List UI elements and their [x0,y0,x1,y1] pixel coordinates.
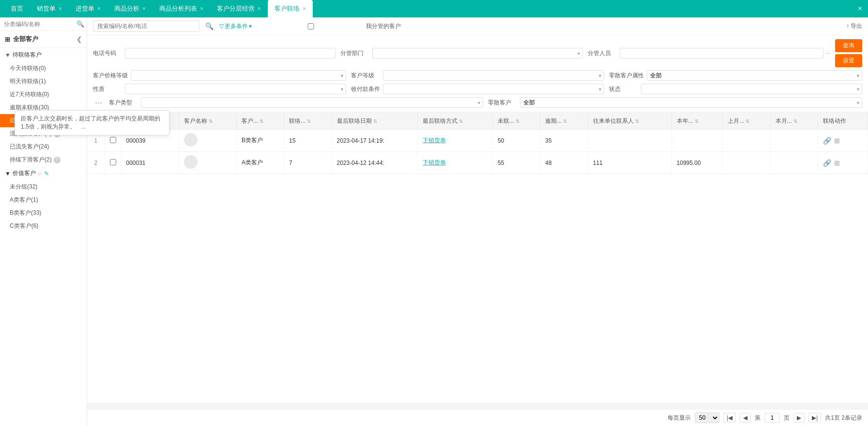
sort-overdue-icon[interactable]: ⇅ [563,118,567,124]
sidebar-item-class-b[interactable]: B类客户(33) [0,206,87,220]
last-method-link[interactable]: 下销货单 [423,137,446,144]
close-product-analysis-icon[interactable]: × [142,5,146,12]
dept-select[interactable] [372,48,583,59]
col-actions: 联络动作 [818,113,868,130]
sidebar-item-lost-customers[interactable]: 已流失客户(24) [0,140,87,153]
col-current-year: 本年...⇅ [671,113,723,130]
gender-select[interactable] [125,84,346,94]
settings-circle-icon[interactable]: ○ [38,170,41,177]
payment-select[interactable] [383,84,604,94]
sort-name-icon[interactable]: ⇅ [209,118,213,124]
sort-month-icon[interactable]: ⇅ [793,118,797,124]
nav-product-analysis-list[interactable]: 商品分析列表 × [152,0,210,17]
search-button[interactable]: 🔍 [205,22,213,30]
phone-input[interactable] [125,48,335,59]
action-menu-icon[interactable]: ⊞ [834,159,840,167]
sort-last-month-icon[interactable]: ⇅ [746,118,749,124]
sidebar-item-declining[interactable]: 持续下滑客户(2) ? [0,153,87,166]
my-customers-checkbox[interactable]: 我分管的客户 [258,22,401,30]
value-customers-section: ▼ 价值客户 ○ ✎ [0,166,87,180]
close-customer-contact-icon[interactable]: × [303,5,306,12]
sidebar-search-input[interactable] [4,21,76,28]
search-input[interactable] [93,20,199,32]
row-level: A类客户 [236,152,284,174]
sidebar-item-class-a[interactable]: A类客户(1) [0,193,87,206]
sort-contact-icon[interactable]: ⇅ [307,118,311,124]
sort-level-icon[interactable]: ⇅ [259,118,263,124]
export-button[interactable]: ↑ 导出 [846,22,862,30]
row-num: 2 [87,152,105,174]
page-number-input[interactable] [764,413,780,423]
query-button[interactable]: 查询 [835,39,862,52]
last-method-link[interactable]: 下销货单 [423,159,446,166]
action-menu-icon[interactable]: ⊞ [834,137,840,145]
row-last-date: 2023-04-17 14:19: [332,130,417,152]
sidebar-item-tomorrow[interactable]: 明天待联络(1) [0,75,87,88]
action-link-icon[interactable]: 🔗 [823,137,831,145]
customer-level-select-wrapper: ▾ [383,70,604,81]
action-link-icon[interactable]: 🔗 [823,159,831,167]
payment-field: 收付款条件 ▾ [351,84,604,94]
price-level-select[interactable] [131,70,346,81]
status-select[interactable] [641,84,862,94]
price-level-field: 客户价格等级 ▾ [93,70,346,81]
manager-input[interactable] [620,48,823,59]
sort-year-icon[interactable]: ⇅ [695,118,699,124]
close-customer-segment-icon[interactable]: × [258,5,261,12]
retail-attr-select[interactable]: 全部 [647,70,862,81]
manager-field: 分管人员 ··· [588,48,830,59]
row-uncontacted: 50 [492,130,540,152]
more-conditions-button[interactable]: ▽ 更多条件 ▾ [219,22,252,30]
nav-product-analysis[interactable]: 商品分析 × [107,0,152,17]
sort-uncontacted-icon[interactable]: ⇅ [516,118,519,124]
sort-date-icon[interactable]: ⇅ [373,118,377,124]
row-checkbox[interactable] [110,137,116,143]
retail-customer-select[interactable]: 全部 [520,97,862,108]
customer-type-select[interactable] [141,97,483,108]
customer-type-field: 客户类型 ▾ [109,97,483,108]
nav-purchase-order[interactable]: 进货单 × [69,0,107,17]
sidebar-item-7days[interactable]: 近7天待联络(0) [0,88,87,101]
sort-company-icon[interactable]: ⇅ [635,118,639,124]
row-last-method: 下销货单 [418,130,493,152]
settings-button[interactable]: 设置 [835,54,862,67]
nav-sales-order[interactable]: 销货单 × [30,0,69,17]
close-sales-order-icon[interactable]: × [59,5,62,12]
row-company-contact: 111 [588,152,671,174]
nav-home[interactable]: 首页 [4,0,30,17]
prev-page-button[interactable]: ◀ [740,413,751,423]
sidebar-item-class-c[interactable]: C类客户(6) [0,220,87,233]
per-page-select[interactable]: 50 10 20 100 [695,412,719,423]
nav-customer-contact[interactable]: 客户联络 × [268,0,313,17]
customer-table: ⚙ 客户编码⇅ 客户名称⇅ 客户...⇅ [87,113,868,174]
sidebar-item-unclassified[interactable]: 未分组(32) [0,180,87,193]
pending-contact-arrow-icon: ▼ [5,52,11,59]
filter-more-button[interactable]: ··· [93,98,104,108]
bottom-scrollbar[interactable] [87,403,868,409]
tooltip-more-link[interactable]: ... [81,123,86,130]
sidebar-search-container: 🔍 [0,17,87,31]
sidebar-search-icon[interactable]: 🔍 [76,20,84,28]
row-current-month [770,130,818,152]
edit-value-customers-icon[interactable]: ✎ [44,170,49,177]
close-purchase-order-icon[interactable]: × [97,5,101,12]
pending-contact-group[interactable]: ▼ 待联络客户 [0,48,87,62]
sort-method-icon[interactable]: ⇅ [459,118,463,124]
last-page-button[interactable]: ▶| [808,413,821,423]
next-page-button[interactable]: ▶ [793,413,805,423]
col-current-month: 本月...⇅ [770,113,818,130]
avatar [184,133,198,147]
gender-select-wrapper: ▾ [125,84,346,94]
row-checkbox[interactable] [110,159,116,165]
customer-level-select[interactable] [383,70,604,81]
my-customers-input[interactable] [258,23,364,29]
close-all-tabs-button[interactable]: × [858,4,862,13]
manager-more-icon[interactable]: ··· [825,50,830,57]
close-product-analysis-list-icon[interactable]: × [200,5,203,12]
col-overdue: 逾期...⇅ [540,113,588,130]
collapse-sidebar-icon[interactable]: ❮ [76,36,82,43]
sidebar-item-today[interactable]: 今天待联络(0) [0,62,87,75]
nav-customer-segment[interactable]: 客户分层经营 × [210,0,268,17]
first-page-button[interactable]: |◀ [723,413,736,423]
sidebar-all-customers[interactable]: ⊞ 全部客户 ❮ [0,31,87,48]
